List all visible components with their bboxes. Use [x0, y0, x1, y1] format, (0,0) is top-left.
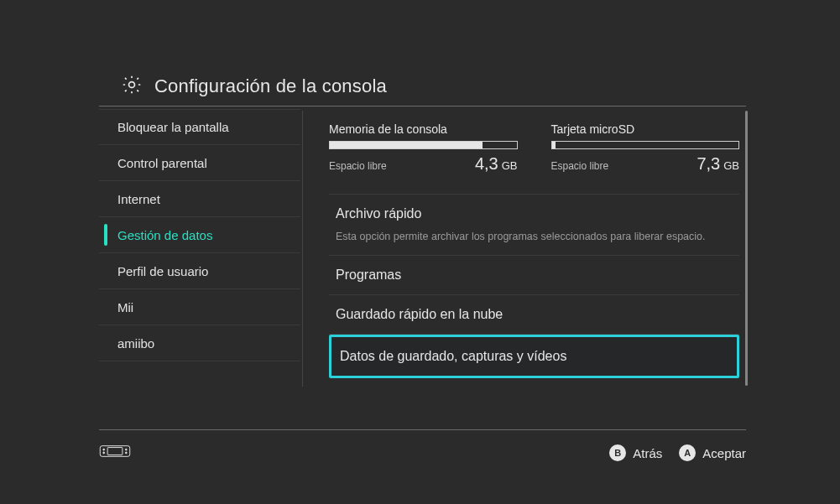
- svg-rect-2: [107, 448, 123, 455]
- accept-label: Aceptar: [702, 446, 746, 460]
- svg-point-0: [129, 82, 135, 88]
- main-panel: Memoria de la consola Espacio libre 4,3G…: [329, 122, 739, 378]
- sidebar-item-label: Gestión de datos: [117, 228, 212, 242]
- sidebar-item-label: Bloquear la pantalla: [117, 120, 229, 134]
- menu-save-data[interactable]: Datos de guardado, capturas y vídeos: [329, 335, 739, 378]
- storage-console-info: Espacio libre 4,3GB: [329, 154, 518, 174]
- storage-sdcard-fill: [552, 142, 556, 148]
- storage-sdcard-free-label: Espacio libre: [551, 160, 609, 172]
- storage-console-free-label: Espacio libre: [329, 160, 387, 172]
- svg-point-5: [125, 449, 127, 450]
- menu-item-label: Archivo rápido: [336, 206, 733, 221]
- sidebar-item-parental-controls[interactable]: Control parental: [99, 145, 300, 181]
- sidebar-item-mii[interactable]: Mii: [99, 289, 300, 325]
- sidebar-item-lock-screen[interactable]: Bloquear la pantalla: [99, 109, 300, 145]
- svg-point-6: [125, 452, 127, 454]
- menu-item-label: Datos de guardado, capturas y vídeos: [340, 349, 728, 364]
- accept-button[interactable]: A Aceptar: [679, 444, 746, 461]
- storage-console-fill: [330, 142, 483, 148]
- storage-console-label: Memoria de la consola: [329, 122, 518, 136]
- sidebar-item-label: Perfil de usuario: [117, 264, 208, 278]
- storage-sdcard: Tarjeta microSD Espacio libre 7,3GB: [551, 122, 740, 174]
- back-label: Atrás: [633, 446, 662, 460]
- storage-sdcard-info: Espacio libre 7,3GB: [551, 154, 740, 174]
- storage-console-free-value: 4,3GB: [475, 154, 518, 174]
- menu-cloud-save[interactable]: Guardado rápido en la nube: [329, 295, 739, 335]
- sidebar-item-label: Control parental: [117, 156, 207, 170]
- settings-screen: Configuración de la consola Bloquear la …: [0, 0, 840, 504]
- settings-sidebar: Bloquear la pantalla Control parental In…: [99, 109, 300, 361]
- footer-divider: [99, 429, 746, 430]
- menu-item-desc: Esta opción permite archivar los program…: [336, 230, 733, 243]
- menu-programs[interactable]: Programas: [329, 256, 739, 295]
- sidebar-item-user-profile[interactable]: Perfil de usuario: [99, 253, 300, 289]
- back-button[interactable]: B Atrás: [609, 444, 662, 461]
- svg-point-4: [103, 452, 105, 454]
- svg-point-3: [103, 449, 105, 450]
- page-title: Configuración de la consola: [154, 75, 387, 97]
- sidebar-item-data-management[interactable]: Gestión de datos: [99, 217, 300, 253]
- vertical-separator: [302, 111, 303, 387]
- storage-sdcard-free-value: 7,3GB: [697, 154, 739, 174]
- page-title-row: Configuración de la consola: [121, 74, 387, 99]
- top-divider: [99, 106, 746, 107]
- console-icon: [99, 444, 131, 462]
- menu-item-label: Programas: [336, 268, 733, 283]
- scrollbar-track[interactable]: [745, 111, 748, 386]
- sidebar-item-amiibo[interactable]: amiibo: [99, 325, 300, 361]
- footer: B Atrás A Aceptar: [99, 440, 746, 465]
- menu-quick-archive[interactable]: Archivo rápido Esta opción permite archi…: [329, 195, 739, 256]
- b-button-icon: B: [609, 444, 626, 461]
- storage-row: Memoria de la consola Espacio libre 4,3G…: [329, 122, 739, 195]
- sidebar-item-label: Mii: [117, 300, 133, 314]
- storage-console-bar: [329, 141, 518, 149]
- menu-item-label: Guardado rápido en la nube: [336, 307, 733, 322]
- sidebar-item-internet[interactable]: Internet: [99, 181, 300, 217]
- sidebar-item-label: Internet: [117, 192, 160, 206]
- gear-icon: [121, 74, 143, 99]
- storage-console: Memoria de la consola Espacio libre 4,3G…: [329, 122, 518, 174]
- storage-sdcard-bar: [551, 141, 740, 149]
- footer-buttons: B Atrás A Aceptar: [609, 444, 746, 461]
- storage-sdcard-label: Tarjeta microSD: [551, 122, 740, 136]
- sidebar-item-label: amiibo: [117, 336, 154, 351]
- a-button-icon: A: [679, 444, 696, 461]
